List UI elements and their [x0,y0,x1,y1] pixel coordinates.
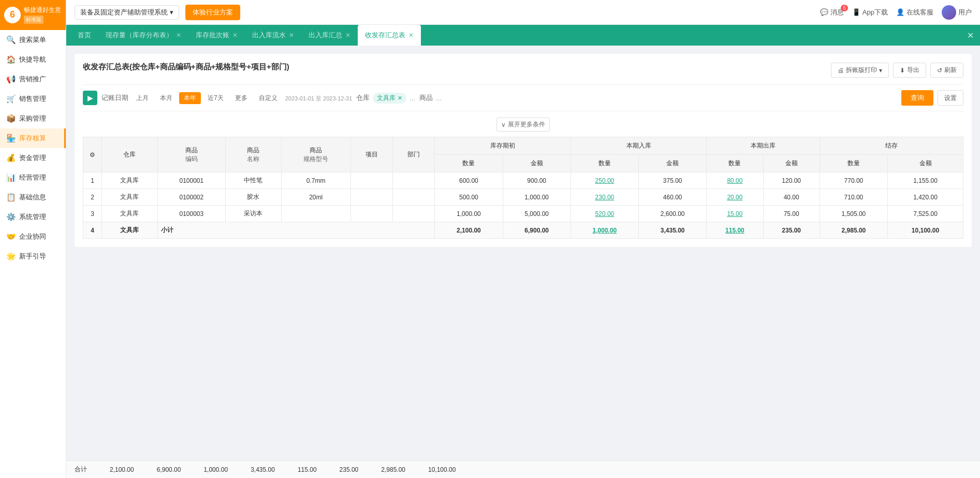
date-btn-this-month[interactable]: 本月 [155,92,177,104]
sidebar-item-sales[interactable]: 🛒 销售管理 [0,89,66,109]
out-qty-link[interactable]: 15.00 [727,210,742,218]
sidebar-item-sales-label: 销售管理 [19,94,46,104]
th-in-stock: 本期入库 [571,137,707,155]
goods-label: 商品 [419,93,433,103]
in-qty-link[interactable]: 230.00 [595,194,615,201]
tab-inout-summary-label: 出入库汇总 [309,31,342,40]
refresh-btn[interactable]: ↺ 刷新 [930,63,963,78]
cell-project [350,206,392,222]
sidebar-item-purchase[interactable]: 📦 采购管理 [0,109,66,128]
th-code: 商品编码 [157,137,225,172]
subtotal-seq: 4 [83,222,102,239]
tab-inout-flow[interactable]: 出入库流水 ✕ [245,25,301,46]
out-qty-link[interactable]: 80.00 [727,177,742,184]
experience-btn[interactable]: 体验行业方案 [185,5,240,20]
th-bal-qty: 数量 [820,155,887,172]
settings-btn[interactable]: 设置 [938,90,963,106]
th-out-amt: 金额 [763,155,820,172]
system-title: 装备及固定资产辅助管理系统 [80,8,168,17]
tab-recv-send-close[interactable]: ✕ [408,32,414,39]
date-btn-custom[interactable]: 自定义 [254,92,282,104]
date-btn-last-month[interactable]: 上月 [131,92,153,104]
date-filter-label: 记账日期 [101,93,128,103]
page-header: 收发存汇总表(按仓库+商品编码+商品+规格型号+项目+部门) 🖨 拆账版打印 ▾… [83,62,963,78]
print-label: 拆账版打印 [846,66,877,75]
warehouse-tag-text: 文具库 [377,94,396,103]
date-btn-last-7days[interactable]: 近7天 [203,92,228,104]
date-btn-more[interactable]: 更多 [230,92,252,104]
sidebar-item-system[interactable]: ⚙️ 系统管理 [0,207,66,227]
search-icon: 🔍 [6,35,16,45]
subtotal-bal-amt: 10,100.00 [888,222,963,239]
export-icon: ⬇ [900,67,905,74]
sidebar-item-enterprise[interactable]: 🤝 企业协同 [0,227,66,247]
tab-recv-send-label: 收发存汇总表 [365,31,405,40]
goods-more[interactable]: ... [436,94,442,102]
main-panel: 收发存汇总表(按仓库+商品编码+商品+规格型号+项目+部门) 🖨 拆账版打印 ▾… [75,54,972,247]
cell-out-amt: 75.00 [763,206,820,222]
cell-bal-amt: 1,420.00 [888,189,963,206]
enterprise-icon: 🤝 [6,232,16,241]
tab-batch-close[interactable]: ✕ [232,32,238,39]
query-btn[interactable]: 查询 [901,90,933,106]
main-content: 装备及固定资产辅助管理系统 ▾ 体验行业方案 💬 消息 6 📱 App下载 👤 … [66,0,980,478]
sidebar-item-quicknav[interactable]: 🏠 快捷导航 [0,50,66,69]
refresh-icon: ↺ [937,67,942,74]
in-qty-link[interactable]: 250.00 [595,177,615,184]
user-label: 用户 [958,8,972,17]
tab-inout-summary-close[interactable]: ✕ [345,32,350,39]
cell-in-qty: 250.00 [571,172,638,189]
app-download-btn[interactable]: 📱 App下载 [852,8,888,17]
sidebar-item-search[interactable]: 🔍 搜索菜单 [0,30,66,50]
print-btn[interactable]: 🖨 拆账版打印 ▾ [831,63,889,78]
expand-conditions-btn[interactable]: ∨ 展开更多条件 [496,118,550,132]
sidebar-item-operations[interactable]: 📊 经营管理 [0,168,66,187]
subtotal-out-qty-link[interactable]: 115.00 [725,227,744,234]
subtotal-in-qty-link[interactable]: 1,000.00 [593,227,617,234]
cell-open-qty: 600.00 [435,172,503,189]
th-out-stock: 本期出库 [707,137,820,155]
date-btn-this-year[interactable]: 本年 [179,92,201,104]
marketing-icon: 📢 [6,75,16,84]
tab-inout-flow-close[interactable]: ✕ [289,32,294,39]
sidebar-item-inventory[interactable]: 🏪 库存核算 [0,128,66,148]
sidebar-item-marketing[interactable]: 📢 营销推广 [0,69,66,89]
total-row: 合计 2,100.00 6,900.00 1,000.00 3,435.00 1… [75,465,456,474]
table-row: 3 文具库 0100003 采访本 1,000.00 5,000.00 520.… [83,206,963,222]
tab-inout-summary[interactable]: 出入库汇总 ✕ [301,25,358,46]
tab-inventory-dist-close[interactable]: ✕ [176,32,181,39]
tab-batch[interactable]: 库存批次账 ✕ [188,25,245,46]
chevron-down-icon: ▾ [170,8,173,16]
tabs-close-all[interactable]: ✕ [965,28,976,42]
cell-open-amt: 5,000.00 [503,206,571,222]
cell-dept [393,206,435,222]
cell-code: 0100003 [157,206,225,222]
subtotal-out-qty: 115.00 [707,222,763,239]
warehouse-more[interactable]: ... [409,94,415,102]
out-qty-link[interactable]: 20.00 [727,194,742,201]
export-btn[interactable]: ⬇ 导出 [893,63,926,78]
cell-seq: 3 [83,206,102,222]
warehouse-tag-close[interactable]: ✕ [398,95,402,102]
sales-icon: 🛒 [6,94,16,104]
online-service-btn[interactable]: 👤 在线客服 [896,8,933,17]
sidebar-item-basicinfo[interactable]: 📋 基础信息 [0,187,66,207]
tab-home[interactable]: 首页 [70,25,98,46]
sidebar-item-system-label: 系统管理 [19,212,46,222]
user-btn[interactable]: 用户 [942,5,972,20]
subtotal-warehouse: 文具库 [102,222,158,239]
tab-recv-send[interactable]: 收发存汇总表 ✕ [358,25,421,46]
sidebar-item-finance[interactable]: 💰 资金管理 [0,148,66,168]
in-qty-link[interactable]: 520.00 [595,210,615,218]
table-row: 1 文具库 0100001 中性笔 0.7mm 600.00 900.00 25… [83,172,963,189]
topbar: 装备及固定资产辅助管理系统 ▾ 体验行业方案 💬 消息 6 📱 App下载 👤 … [66,0,980,25]
total-bal-qty: 2,985.00 [381,466,405,473]
tab-batch-label: 库存批次账 [196,31,229,40]
th-balance: 结存 [820,137,963,155]
filter-toggle-btn[interactable]: ▶ [83,91,97,105]
message-btn[interactable]: 💬 消息 6 [820,8,844,17]
sidebar-item-newguide[interactable]: 🌟 新手引导 [0,247,66,266]
avatar [942,5,956,20]
tab-inventory-dist[interactable]: 现存量（库存分布表） ✕ [98,25,188,46]
system-selector[interactable]: 装备及固定资产辅助管理系统 ▾ [75,5,179,20]
